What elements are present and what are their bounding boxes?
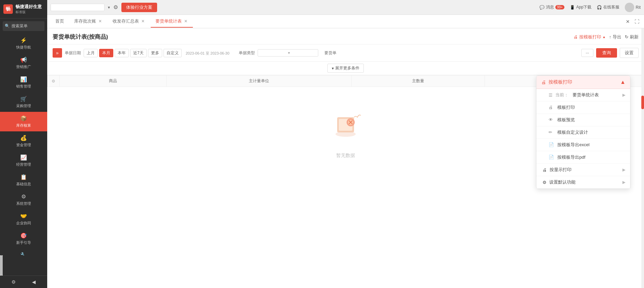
sidebar: 畅 畅捷通好生意 标准版 🔍 搜索菜单 ⚡ 快捷导航 📢 营销推广 📊 销售管理…	[0, 0, 47, 288]
topbar-dropdown-button[interactable]: ▾	[108, 5, 110, 10]
tab-home[interactable]: 首页	[51, 15, 69, 28]
tab-order[interactable]: 要货单统计表 ✕	[151, 15, 193, 28]
filter-expand-button[interactable]: »	[53, 48, 62, 58]
sidebar-item-purchase[interactable]: 🛒 采购管理	[0, 92, 47, 112]
tabbar: 首页 库存批次账 ✕ 收发存汇总表 ✕ 要货单统计表 ✕ ✕ ⛶	[47, 15, 644, 28]
display-print-arrow: ▶	[622, 167, 625, 172]
search-icon: 🔍	[5, 24, 10, 28]
sidebar-settings-button[interactable]: ⚙	[11, 279, 16, 285]
col-unit: 主计量单位	[166, 75, 352, 87]
query-button[interactable]: 查询	[596, 48, 617, 58]
tab-batch-close[interactable]: ✕	[98, 19, 103, 24]
default-func-label: 设置默认功能	[549, 179, 576, 185]
inventory-icon: 📦	[20, 115, 27, 122]
sidebar-item-inventory[interactable]: 📦 库存核算	[0, 112, 47, 131]
print-template-preview-item[interactable]: 👁 模板预览	[536, 114, 630, 126]
sidebar-item-apps[interactable]: 🔧 应用中心	[0, 249, 47, 255]
order-type-select[interactable]: ▾	[258, 49, 318, 57]
sidebar-item-finance[interactable]: 💰 资金管理	[0, 131, 47, 151]
expand-more-btn[interactable]: ▾ 展开更多条件	[327, 64, 364, 73]
display-print-icon: 🖨	[543, 167, 547, 172]
template-preview-icon: 👁	[549, 117, 554, 123]
tab-receipt[interactable]: 收发存汇总表 ✕	[108, 15, 150, 28]
topbar-settings-button[interactable]: ⚙	[113, 4, 118, 10]
template-design-label: 模板自定义设计	[557, 129, 588, 135]
collab-icon: 🤝	[20, 213, 27, 219]
column-settings-button[interactable]: 设置	[620, 48, 639, 58]
print-dropdown-title-area: 🖨 按模板打印	[541, 79, 572, 85]
printer-icon: 🖨	[574, 34, 578, 39]
print-dropdown-title: 按模板打印	[549, 79, 572, 85]
page-content: 要货单统计表(按商品) 🖨 按模板打印 ▲ ↑ 导出 ↻	[47, 28, 644, 288]
print-export-pdf-item[interactable]: 📄 按模板导出pdf	[536, 151, 630, 164]
print-current-template[interactable]: ☰ 当前： 要货单统计表 ▶	[536, 89, 630, 101]
app-download-item[interactable]: 📱 App下载	[570, 4, 591, 10]
right-scrollbar[interactable]	[641, 28, 644, 288]
tab-batch[interactable]: 库存批次账 ✕	[69, 15, 107, 28]
print-template-print-item[interactable]: 🖨 模板打印	[536, 101, 630, 114]
sidebar-collapse-button[interactable]: ◀	[32, 279, 36, 285]
date-custom-btn[interactable]: 自定义	[164, 49, 182, 57]
default-func-icon: ⚙	[543, 180, 547, 185]
template-preview-label: 模板预览	[557, 117, 575, 123]
sidebar-item-operation[interactable]: 📈 经营管理	[0, 151, 47, 170]
expand-chevron-icon: ▾	[332, 66, 334, 71]
tab-close-button[interactable]: ✕	[624, 18, 631, 26]
date-more-btn[interactable]: 更多	[148, 49, 162, 57]
order-type-filter: 单据类型 ▾	[239, 49, 318, 57]
print-template-design-item[interactable]: ✏ 模板自定义设计	[536, 126, 630, 139]
topbar-search-input[interactable]	[54, 5, 94, 10]
date-last-7-days-btn[interactable]: 近7天	[130, 49, 147, 57]
tab-order-close[interactable]: ✕	[183, 19, 188, 24]
messages-item[interactable]: 💬 消息 99+	[539, 4, 564, 10]
export-icon: ↑	[609, 34, 612, 39]
user-avatar-area[interactable]: Rit	[625, 3, 641, 12]
sidebar-item-collab[interactable]: 🤝 企业协同	[0, 210, 47, 229]
export-excel-icon: 📄	[549, 142, 554, 148]
sidebar-item-marketing[interactable]: 📢 营销推广	[0, 53, 47, 73]
tab-receipt-close[interactable]: ✕	[141, 19, 145, 24]
expand-bar: ▾ 展开更多条件	[47, 62, 644, 75]
logo-text: 畅捷通好生意 标准版	[16, 4, 42, 14]
search-menu-button[interactable]: 🔍 搜索菜单	[3, 21, 45, 31]
sidebar-item-quick[interactable]: ⚡ 快捷导航	[0, 34, 47, 53]
sidebar-item-guide[interactable]: 🎯 新手引导	[0, 229, 47, 249]
print-export-excel-item[interactable]: 📄 按模板导出excel	[536, 139, 630, 151]
template-design-icon: ✏	[549, 130, 554, 135]
service-icon: 🎧	[597, 5, 602, 10]
sidebar-item-basic[interactable]: 📋 基础信息	[0, 170, 47, 190]
current-arrow-icon: ▶	[622, 93, 625, 97]
topbar-search-box[interactable]	[51, 4, 105, 11]
table-settings-icon[interactable]: ⚙	[52, 79, 55, 84]
online-service-item[interactable]: 🎧 在线客服	[597, 4, 619, 10]
sidebar-scrollbar	[0, 255, 3, 276]
right-scrollbar-thumb	[641, 96, 644, 109]
date-prev-month-btn[interactable]: 上月	[84, 49, 98, 57]
print-dropdown-close-button[interactable]: ▲	[620, 79, 625, 85]
sidebar-item-sales[interactable]: 📊 销售管理	[0, 73, 47, 92]
print-template-button[interactable]: 🖨 按模板打印 ▲	[574, 34, 606, 40]
default-func-arrow: ▶	[622, 180, 625, 185]
export-pdf-label: 按模板导出pdf	[557, 154, 585, 160]
filter-toolbar: » 单据日期 上月 本月 本年 近7天 更多 自定义 2023-06-01 至 …	[47, 44, 644, 62]
print-default-func-item[interactable]: ⚙ 设置默认功能 ▶	[536, 176, 630, 189]
template-print-icon: 🖨	[549, 105, 554, 110]
export-button[interactable]: ↑ 导出	[609, 34, 622, 40]
basic-icon: 📋	[20, 174, 27, 180]
topbar-right: 💬 消息 99+ 📱 App下载 🎧 在线客服 Rit	[539, 3, 641, 12]
main-area: ▾ ⚙ 体验行业方案 💬 消息 99+ 📱 App下载 🎧 在线客服 Rit	[47, 0, 644, 288]
topbar: ▾ ⚙ 体验行业方案 💬 消息 99+ 📱 App下载 🎧 在线客服 Rit	[47, 0, 644, 15]
sidebar-item-system[interactable]: ⚙ 系统管理	[0, 190, 47, 210]
tab-expand-button[interactable]: ⛶	[633, 18, 641, 26]
date-current-month-btn[interactable]: 本月	[99, 49, 113, 57]
print-display-print-item[interactable]: 🖨 按显示打印 ▶	[536, 164, 630, 176]
trial-button[interactable]: 体验行业方案	[121, 3, 157, 12]
quick-icon: ⚡	[20, 37, 27, 43]
refresh-button[interactable]: ↻ 刷新	[625, 34, 639, 40]
sidebar-scrollbar-thumb	[0, 255, 3, 276]
more-options-button[interactable]: ···	[581, 49, 593, 57]
logo-icon: 畅	[3, 4, 13, 14]
sidebar-logo: 畅 畅捷通好生意 标准版	[0, 0, 47, 19]
date-current-year-btn[interactable]: 本年	[115, 49, 129, 57]
page-header: 要货单统计表(按商品) 🖨 按模板打印 ▲ ↑ 导出 ↻	[47, 28, 644, 44]
